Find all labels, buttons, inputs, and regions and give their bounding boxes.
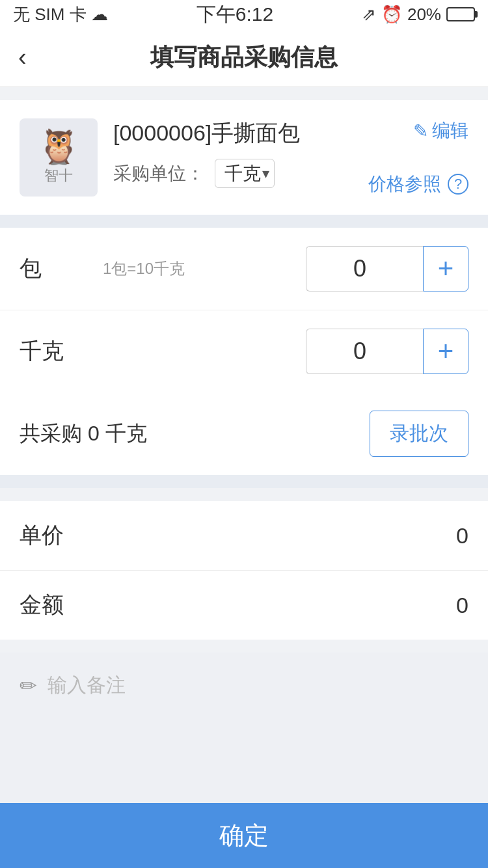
product-owl-icon: 🦉 — [38, 129, 80, 163]
price-ref-button[interactable]: 价格参照 ? — [368, 172, 468, 197]
edit-icon: ✎ — [413, 120, 428, 142]
confirm-button-label: 确定 — [219, 819, 269, 852]
edit-button[interactable]: ✎ 编辑 — [413, 118, 468, 143]
status-right: ⇗ ⏰ 20% — [362, 5, 475, 25]
separator-1 — [0, 215, 488, 228]
separator-2 — [0, 475, 488, 488]
alarm-icon: ⏰ — [381, 5, 402, 25]
product-image: 🦉 智十 — [20, 118, 98, 197]
price-ref-label: 价格参照 — [368, 172, 441, 197]
status-bar: 无 SIM 卡 ☁ 下午6:12 ⇗ ⏰ 20% — [0, 0, 488, 29]
bao-sublabel: 1包=10千克 — [103, 258, 185, 279]
price-section: 单价 0 金额 0 — [0, 501, 488, 640]
help-icon: ? — [448, 174, 468, 195]
status-time: 下午6:12 — [197, 1, 273, 28]
bao-qty-wrapper: + — [306, 246, 468, 292]
amount-value: 0 — [456, 593, 468, 618]
amount-label: 金额 — [20, 590, 64, 620]
summary-section: 共采购 0 千克 录批次 — [0, 392, 488, 475]
location-icon: ⇗ — [362, 5, 376, 25]
unit-label: 采购单位： — [113, 161, 204, 186]
unit-select-wrapper[interactable]: 千克 包 — [215, 159, 275, 188]
kg-qty-input[interactable] — [306, 329, 423, 374]
unit-price-row: 单价 0 — [0, 501, 488, 571]
summary-text: 共采购 0 千克 — [20, 420, 147, 448]
unit-price-label: 单价 — [20, 521, 64, 550]
batch-button[interactable]: 录批次 — [370, 411, 468, 457]
kg-label: 千克 — [20, 336, 98, 366]
product-img-label: 智十 — [38, 166, 80, 185]
page-title: 填写商品采购信息 — [150, 42, 338, 74]
confirm-button[interactable]: 确定 — [0, 803, 488, 868]
amount-row: 金额 0 — [0, 571, 488, 640]
battery-percent: 20% — [407, 5, 441, 25]
unit-select[interactable]: 千克 包 — [215, 159, 275, 188]
bao-label: 包 — [20, 254, 98, 284]
nav-bar: ‹ 填写商品采购信息 — [0, 29, 488, 87]
product-card: 🦉 智十 [0000006]手撕面包 采购单位： 千克 包 ✎ 编辑 价格参照 … — [0, 100, 488, 215]
status-left: 无 SIM 卡 ☁ — [13, 3, 108, 26]
kg-qty-wrapper: + — [306, 329, 468, 374]
bao-qty-input[interactable] — [306, 246, 423, 292]
battery-icon — [446, 7, 475, 21]
unit-price-value: 0 — [456, 523, 468, 549]
kg-plus-button[interactable]: + — [423, 329, 468, 374]
summary-row: 共采购 0 千克 录批次 — [0, 392, 488, 475]
remark-icon: ✏ — [20, 673, 37, 698]
sim-label: 无 SIM 卡 ☁ — [13, 3, 108, 26]
input-row-bao: 包 1包=10千克 + — [0, 228, 488, 310]
bao-plus-button[interactable]: + — [423, 246, 468, 292]
input-section: 包 1包=10千克 + 千克 + — [0, 228, 488, 392]
back-button[interactable]: ‹ — [18, 44, 27, 72]
input-row-kg: 千克 + — [0, 310, 488, 392]
remark-placeholder: 输入备注 — [47, 672, 126, 699]
edit-label: 编辑 — [432, 118, 468, 143]
